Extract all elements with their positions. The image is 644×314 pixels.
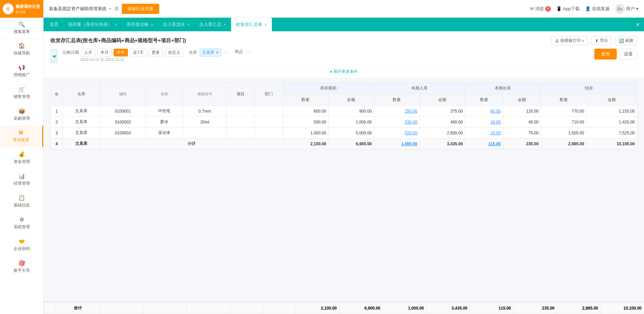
cell-close-qty: 710.00 — [541, 117, 587, 128]
date-btn-7days[interactable]: 近7天 — [130, 49, 147, 56]
footer-open-amt: 6,900.00 — [339, 302, 383, 314]
th-settings[interactable]: ⚙ — [51, 83, 63, 106]
date-btn-last-month[interactable]: 上月 — [81, 49, 95, 56]
phone-icon: 📱 — [556, 6, 562, 11]
query-button[interactable]: 查询 — [594, 49, 617, 60]
tab-summary-close[interactable]: ✕ — [224, 23, 226, 27]
sidebar-item-finance[interactable]: 💰 资金管理 — [0, 147, 43, 169]
sidebar-item-search[interactable]: 🔍 搜索菜单 — [0, 18, 43, 38]
app-download-item[interactable]: 📱 App下载 — [556, 6, 580, 12]
cell-project — [227, 117, 255, 128]
sub-in-qty: 1,000.00 — [374, 138, 419, 149]
tab-summary[interactable]: 出入库汇总 ✕ — [195, 18, 231, 31]
tab-inventory-dist[interactable]: 现存量（库存分布表） ✕ — [63, 18, 122, 31]
sidebar-item-enterprise[interactable]: 🤝 企业协同 — [0, 234, 43, 256]
tab-recv-send[interactable]: 收发存汇总表 ✕ — [231, 18, 272, 31]
goods-filter: 商品 ··· — [235, 49, 251, 55]
cell-out-qty[interactable]: 20.00 — [465, 117, 503, 128]
cell-close-qty: 1,505.00 — [541, 128, 587, 138]
cell-close-qty: 770.00 — [541, 106, 587, 117]
th-warehouse: 仓库 — [63, 83, 100, 106]
cell-out-qty[interactable]: 80.00 — [465, 106, 503, 117]
app-name: 畅捷通好生意 — [16, 4, 40, 10]
collapse-button[interactable]: ◀ — [50, 49, 57, 63]
th-goods-spec: 规格型号 — [183, 83, 227, 106]
sidebar-item-basic[interactable]: 📋 基础信息 — [0, 191, 43, 212]
sidebar-item-marketing[interactable]: 📢 营销推广 — [0, 60, 43, 82]
setting-button[interactable]: 设置 — [620, 49, 637, 60]
expand-conditions[interactable]: ▾ 展开更多条件 — [50, 66, 637, 75]
home-icon: 🏠 — [18, 43, 25, 49]
date-btn-custom[interactable]: 自定义 — [165, 49, 183, 56]
warehouse-tag-remove[interactable]: ✕ — [216, 50, 219, 55]
marketing-icon: 📢 — [18, 64, 25, 71]
date-btn-this-month[interactable]: 本月 — [97, 49, 112, 56]
cell-dept — [255, 106, 283, 117]
th-group-in: 本期入库 — [374, 83, 465, 94]
page-content: 收发存汇总表(按仓库+商品编码+商品+规格型号+项目+部门) 🖨 按模板打印 ▾… — [44, 31, 644, 314]
tab-recv-send-close[interactable]: ✕ — [264, 23, 267, 27]
cell-project — [227, 106, 255, 117]
cell-code: 0100003 — [100, 128, 146, 138]
system-icon: ⚙ — [19, 216, 24, 223]
cell-out-qty[interactable]: 15.00 — [465, 128, 503, 138]
sidebar-item-label: 库存核算 — [13, 137, 29, 143]
sub-out-qty: 115.00 — [465, 138, 503, 149]
system-select-arrow[interactable]: ▾ — [109, 6, 112, 11]
sidebar-item-label: 新手引导 — [14, 268, 30, 274]
sidebar-item-quick[interactable]: 🏠 快捷导航 — [0, 38, 43, 60]
print-dropdown-icon: ▾ — [582, 38, 584, 43]
sidebar-item-sales[interactable]: 🛒 销售管理 — [0, 82, 43, 104]
date-btn-this-year[interactable]: 本年 — [114, 49, 128, 56]
sidebar-item-label: 系统管理 — [14, 224, 30, 230]
th-goods-name: 名称 — [146, 83, 183, 106]
th-group-out: 本期出库 — [465, 83, 541, 94]
tab-batch-ledger-close[interactable]: ✕ — [151, 23, 153, 27]
tab-flow[interactable]: 出入库流水 ✕ — [158, 18, 195, 31]
tab-flow-close[interactable]: ✕ — [187, 23, 190, 27]
cell-in-qty[interactable]: 250.00 — [374, 106, 419, 117]
cell-in-qty[interactable]: 230.00 — [374, 117, 419, 128]
online-service-item[interactable]: 👤 在线客服 — [585, 6, 610, 12]
table-subtotal-row: 4 文具库 小计 2,100.00 6,900.00 1,000.00 3,43… — [51, 138, 637, 149]
sidebar-item-inventory[interactable]: 🏛 库存核算 — [0, 126, 43, 147]
cell-out-amt: 40.00 — [503, 117, 541, 128]
refresh-button[interactable]: 🔄 刷新 — [615, 36, 637, 45]
message-item[interactable]: ✉ 消息 6 — [530, 6, 551, 12]
sidebar-item-guide[interactable]: 🎯 新手引导 — [0, 256, 43, 278]
cell-code: 0100001 — [100, 106, 146, 117]
tabs-close-all[interactable]: ✕ — [633, 21, 643, 28]
user-item[interactable]: Ea 用户 ▾ — [615, 4, 639, 14]
goods-more-btn[interactable]: ··· — [246, 49, 251, 55]
tab-inventory-dist-close[interactable]: ✕ — [114, 23, 117, 27]
th-closing-amt: 金额 — [587, 94, 637, 106]
cell-no: 2 — [51, 117, 63, 128]
th-dept: 部门 — [255, 83, 283, 106]
tab-batch-ledger[interactable]: 库存批次账 ✕ — [122, 18, 158, 31]
sidebar-item-system[interactable]: ⚙ 系统管理 — [0, 212, 43, 234]
trial-button[interactable]: 体验行业方案 — [122, 4, 159, 14]
cell-no: 1 — [51, 106, 63, 117]
export-button[interactable]: ⬆ 导出 — [591, 36, 612, 45]
th-goods-code: 编码 — [100, 83, 146, 106]
tab-recv-send-label: 收发存汇总表 — [236, 21, 262, 28]
settings-icon[interactable]: ⚙ — [114, 5, 119, 12]
footer-empty-6 — [263, 302, 296, 314]
sidebar-item-purchase[interactable]: 📦 采购管理 — [0, 104, 43, 126]
cell-open-qty: 600.00 — [283, 106, 329, 117]
table-row: 2 文具库 0100002 胶水 20ml 500.00 1,000.00 23… — [51, 117, 637, 128]
sub-no: 4 — [51, 138, 63, 149]
expand-chevron-icon: ▾ — [330, 69, 332, 74]
footer-empty-1 — [44, 302, 56, 314]
print-button[interactable]: 🖨 按模板打印 ▾ — [551, 36, 588, 45]
tabs-bar: 首页 现存量（库存分布表） ✕ 库存批次账 ✕ 出入库流水 ✕ 出入库汇总 ✕ … — [44, 18, 644, 31]
date-btn-more[interactable]: 更多 — [149, 49, 163, 56]
cell-in-qty[interactable]: 520.00 — [374, 128, 419, 138]
operation-icon: 📊 — [18, 173, 25, 179]
user-label: 用户 — [626, 6, 635, 12]
enterprise-icon: 🤝 — [18, 238, 25, 245]
warehouse-more-btn[interactable]: ··· — [224, 50, 229, 56]
footer-empty-3 — [143, 302, 187, 314]
tab-home[interactable]: 首页 — [45, 18, 63, 31]
sidebar-item-operation[interactable]: 📊 经营管理 — [0, 169, 43, 191]
